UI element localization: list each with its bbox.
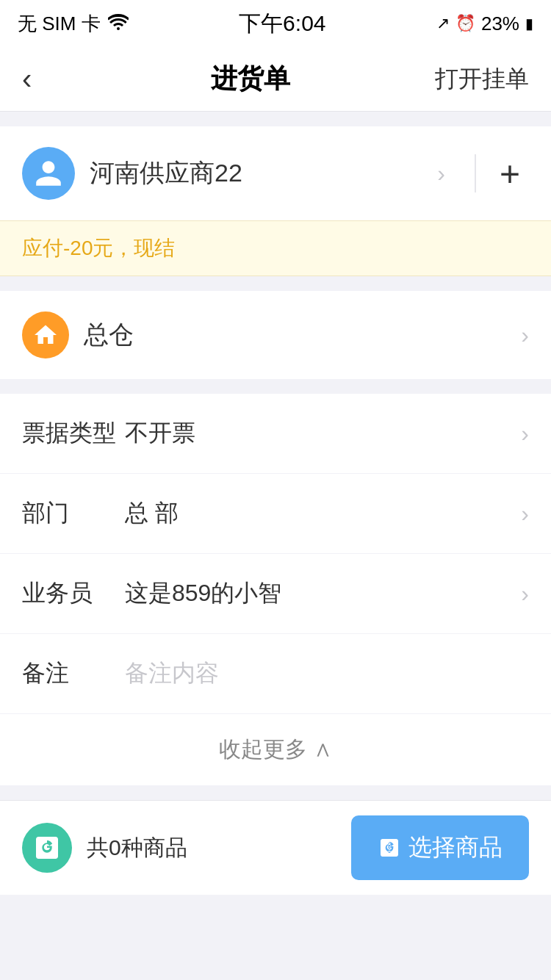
status-bar-left: 无 SIM 卡 bbox=[18, 11, 129, 37]
remark-row[interactable]: 备注 备注内容 bbox=[0, 634, 551, 713]
battery-text: 23% bbox=[481, 12, 519, 35]
gap-3 bbox=[0, 379, 551, 394]
supplier-card: 河南供应商22 › + 应付-20元，现结 bbox=[0, 126, 551, 276]
salesperson-value: 这是859的小智 bbox=[118, 577, 521, 610]
remark-input[interactable]: 备注内容 bbox=[118, 657, 529, 690]
alarm-icon: ⏰ bbox=[455, 14, 475, 33]
collapse-label: 收起更多 ∧ bbox=[219, 737, 331, 761]
select-product-icon bbox=[378, 836, 401, 860]
collapse-bar[interactable]: 收起更多 ∧ bbox=[0, 713, 551, 785]
supplier-avatar bbox=[22, 147, 75, 200]
add-supplier-button[interactable]: + bbox=[491, 154, 529, 194]
remark-label: 备注 bbox=[22, 657, 118, 690]
supplier-row[interactable]: 河南供应商22 › + bbox=[0, 126, 551, 220]
notice-text: 应付-20元，现结 bbox=[22, 237, 175, 259]
status-bar-time: 下午6:04 bbox=[239, 9, 325, 39]
department-arrow-icon: › bbox=[521, 500, 529, 527]
warehouse-row[interactable]: 总仓 › bbox=[0, 291, 551, 379]
carrier-text: 无 SIM 卡 bbox=[18, 11, 101, 37]
department-label: 部门 bbox=[22, 497, 118, 530]
warehouse-icon bbox=[22, 311, 69, 359]
bottom-bar: 共0种商品 选择商品 bbox=[0, 800, 551, 895]
supplier-divider bbox=[475, 154, 476, 192]
invoice-type-label: 票据类型 bbox=[22, 417, 118, 450]
battery-icon: ▮ bbox=[525, 15, 533, 32]
salesperson-row[interactable]: 业务员 这是859的小智 › bbox=[0, 554, 551, 634]
invoice-type-row[interactable]: 票据类型 不开票 › bbox=[0, 394, 551, 474]
department-row[interactable]: 部门 总 部 › bbox=[0, 474, 551, 554]
supplier-arrow-icon: › bbox=[437, 160, 445, 187]
warehouse-card: 总仓 › bbox=[0, 291, 551, 379]
nav-bar: ‹ 进货单 打开挂单 bbox=[0, 47, 551, 112]
form-card: 票据类型 不开票 › 部门 总 部 › 业务员 这是859的小智 › 备注 备注… bbox=[0, 394, 551, 713]
notice-bar: 应付-20元，现结 bbox=[0, 220, 551, 276]
gap-2 bbox=[0, 276, 551, 291]
product-count-text: 共0种商品 bbox=[87, 833, 351, 863]
rest-background bbox=[0, 895, 551, 980]
open-pending-button[interactable]: 打开挂单 bbox=[435, 63, 529, 96]
location-icon: ↗ bbox=[436, 14, 450, 33]
page-title: 进货单 bbox=[211, 61, 290, 97]
wifi-icon bbox=[108, 12, 129, 35]
gap-4 bbox=[0, 785, 551, 800]
supplier-name: 河南供应商22 bbox=[90, 156, 437, 190]
status-bar: 无 SIM 卡 下午6:04 ↗ ⏰ 23% ▮ bbox=[0, 0, 551, 47]
invoice-type-arrow-icon: › bbox=[521, 420, 529, 447]
warehouse-arrow-icon: › bbox=[521, 322, 529, 349]
select-product-button[interactable]: 选择商品 bbox=[351, 815, 529, 880]
back-button[interactable]: ‹ bbox=[22, 62, 66, 96]
product-count-icon bbox=[22, 823, 72, 873]
department-value: 总 部 bbox=[118, 497, 521, 530]
salesperson-label: 业务员 bbox=[22, 577, 118, 610]
invoice-type-value: 不开票 bbox=[118, 417, 521, 450]
warehouse-name: 总仓 bbox=[84, 318, 521, 352]
status-bar-right: ↗ ⏰ 23% ▮ bbox=[436, 12, 533, 35]
gap-1 bbox=[0, 112, 551, 126]
select-product-label: 选择商品 bbox=[408, 832, 503, 864]
salesperson-arrow-icon: › bbox=[521, 580, 529, 608]
